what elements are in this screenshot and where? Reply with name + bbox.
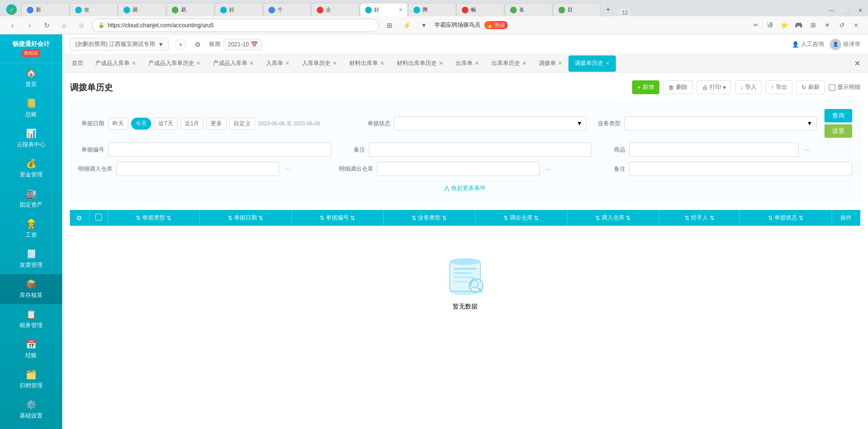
- browser-tab-mu[interactable]: 目: [553, 3, 601, 16]
- browser-extensions-button[interactable]: ⊞: [383, 19, 396, 32]
- browser-tab-zai[interactable]: 在: [70, 3, 118, 16]
- sidebar-item-home[interactable]: 🏠 首页: [0, 63, 62, 93]
- company-selector[interactable]: (勿删勿禁用) 江西服宝测试专用 ▼: [70, 38, 169, 51]
- tab-close-in-order[interactable]: ✕: [285, 60, 289, 66]
- user-info[interactable]: 👤 徐泽华: [830, 39, 860, 50]
- browser-tab-xinxi[interactable]: 新: [22, 3, 69, 16]
- detail-out-more-icon[interactable]: ···: [544, 165, 553, 173]
- forward-button[interactable]: ›: [23, 19, 36, 32]
- tab-out-hist[interactable]: 出库单历史 ✕: [485, 55, 533, 72]
- browser-tab-teng[interactable]: 腾: [408, 3, 456, 16]
- biz-type-select[interactable]: ▼: [624, 116, 817, 131]
- add-company-button[interactable]: +: [175, 39, 186, 50]
- browser-tab-yi2[interactable]: 易: [167, 3, 214, 16]
- tab-close-transfer-hist[interactable]: ✕: [605, 60, 610, 66]
- remark2-input[interactable]: [629, 162, 852, 176]
- scissors-button[interactable]: ✂: [749, 19, 762, 32]
- date-btn-7days[interactable]: 近7天: [154, 118, 178, 130]
- sidebar-item-archive[interactable]: 🗂️ 归档管理: [0, 364, 62, 395]
- service-button[interactable]: 👤 人工咨询: [792, 40, 824, 48]
- remark-input[interactable]: [369, 143, 592, 157]
- sidebar-item-assets[interactable]: 🏭 固定资产: [0, 184, 62, 214]
- translate-button[interactable]: 译: [764, 19, 776, 32]
- display-checkbox[interactable]: [829, 84, 835, 91]
- sidebar-item-capital[interactable]: 💰 资金管理: [0, 154, 62, 184]
- tab-mat-out[interactable]: 材料出库单 ✕: [343, 55, 390, 72]
- close-all-tabs-button[interactable]: ✕: [850, 59, 864, 68]
- doc-no-input[interactable]: [108, 143, 331, 157]
- browser-tab-hao1[interactable]: 好: [215, 3, 263, 16]
- tab-close-mat-out[interactable]: ✕: [380, 60, 384, 66]
- sidebar-item-invoice[interactable]: 🧾 发票管理: [0, 244, 62, 274]
- th-in-wh[interactable]: ⇅ 调入仓库 ⇅: [567, 210, 659, 226]
- bookmark-button[interactable]: ☆: [75, 19, 88, 32]
- date-btn-yesterday[interactable]: 昨天: [108, 118, 128, 130]
- grid-button[interactable]: ⊞: [807, 19, 819, 32]
- date-btn-today[interactable]: 今天: [131, 118, 151, 130]
- tab-close-out-hist[interactable]: ✕: [522, 60, 526, 66]
- tab-prod-in-hist[interactable]: 产成品入库单历史 ✕: [142, 55, 207, 72]
- lightning-button[interactable]: ⚡: [400, 19, 413, 32]
- date-btn-custom[interactable]: 自定义: [229, 118, 255, 130]
- menu-button[interactable]: ≡: [850, 19, 862, 32]
- tab-close-prod-in2[interactable]: ✕: [249, 60, 254, 66]
- tab-close-mat-out-hist[interactable]: ✕: [439, 60, 443, 66]
- minimize-button[interactable]: —: [826, 5, 837, 16]
- browser-tab-qi[interactable]: 企: [312, 3, 359, 16]
- home-browser-button[interactable]: ⌂: [57, 19, 71, 32]
- browser-tab-ge[interactable]: 个: [263, 3, 311, 16]
- sidebar-item-inventory[interactable]: 📦 库存核算: [0, 274, 62, 304]
- th-settings[interactable]: ⚙: [70, 210, 89, 226]
- new-button[interactable]: + 新增: [632, 80, 659, 94]
- brightness-button[interactable]: ☀: [821, 19, 834, 32]
- url-bar[interactable]: 🔒 https://cloud.chanjet.com/accounting/u…: [92, 19, 379, 32]
- browser-tab-hao2[interactable]: 好 ✕: [360, 3, 408, 16]
- th-no[interactable]: ⇅ 单据编号 ⇅: [291, 210, 383, 226]
- tab-in-order[interactable]: 入库单 ✕: [260, 55, 296, 72]
- th-checkbox[interactable]: [89, 210, 108, 226]
- period-button[interactable]: 2021-10 📅: [223, 39, 262, 50]
- tab-close-prod-in[interactable]: ✕: [132, 60, 136, 66]
- date-btn-1month[interactable]: 近1月: [180, 118, 204, 130]
- sidebar-item-salary[interactable]: 👷 工资: [0, 214, 62, 244]
- sidebar-item-tax[interactable]: 📋 税务管理: [0, 304, 62, 334]
- delete-button[interactable]: 🗑 删除: [663, 80, 693, 94]
- back-button[interactable]: ‹: [6, 19, 19, 32]
- th-out-wh[interactable]: ⇅ 调出仓库 ⇅: [475, 210, 567, 226]
- tab-close-icon[interactable]: ✕: [399, 7, 402, 12]
- th-type[interactable]: ⇅ 单据类型 ⇅: [108, 210, 200, 226]
- th-handler[interactable]: ⇅ 经手人 ⇅: [659, 210, 740, 226]
- select-all-checkbox[interactable]: [95, 214, 102, 220]
- new-tab-button[interactable]: +: [601, 3, 615, 16]
- detail-in-input[interactable]: [116, 162, 279, 176]
- goods-more-icon[interactable]: ···: [802, 146, 812, 154]
- settings-company-button[interactable]: ⚙: [192, 39, 203, 50]
- refresh-button[interactable]: ↻ 刷新: [796, 80, 825, 94]
- refresh-browser-button[interactable]: ↻: [40, 19, 54, 32]
- close-button[interactable]: ✕: [855, 5, 866, 16]
- undo-button[interactable]: ↺: [835, 19, 848, 32]
- browser-tab-yi1[interactable]: 易: [118, 3, 166, 16]
- tab-home[interactable]: 首页: [66, 59, 89, 67]
- import-button[interactable]: ↓ 导入: [735, 80, 762, 94]
- tab-close-in-hist[interactable]: ✕: [333, 60, 337, 66]
- date-btn-more[interactable]: 更多: [206, 118, 226, 130]
- th-date[interactable]: ⇅ 单据日期 ⇅: [200, 210, 291, 226]
- sidebar-item-ledger[interactable]: 📒 总账: [0, 93, 62, 123]
- status-select[interactable]: ▼: [394, 116, 587, 131]
- print-button[interactable]: 🖨 打印 ▾: [697, 80, 731, 94]
- detail-in-more-icon[interactable]: ···: [283, 165, 292, 173]
- maximize-button[interactable]: ⬜: [840, 5, 852, 16]
- tab-close-out-order[interactable]: ✕: [475, 60, 479, 66]
- th-biz-type[interactable]: ⇅ 业务类型 ⇅: [383, 210, 475, 226]
- tab-in-hist[interactable]: 入库单历史 ✕: [296, 55, 343, 72]
- tab-prod-in[interactable]: 产成品入库单 ✕: [89, 55, 142, 72]
- sidebar-item-closing[interactable]: 📅 结账: [0, 334, 62, 364]
- dropdown-button[interactable]: ▼: [417, 19, 431, 32]
- settings-button[interactable]: 设置: [824, 124, 852, 138]
- tab-mat-out-hist[interactable]: 材料出库单历史 ✕: [390, 55, 449, 72]
- tab-transfer-hist[interactable]: 调拨单历史 ✕: [568, 55, 616, 72]
- sidebar-item-report[interactable]: 📊 云报表中心: [0, 123, 62, 154]
- detail-out-input[interactable]: [377, 162, 540, 176]
- sidebar-item-basic[interactable]: ⚙️ 基础设置: [0, 395, 62, 425]
